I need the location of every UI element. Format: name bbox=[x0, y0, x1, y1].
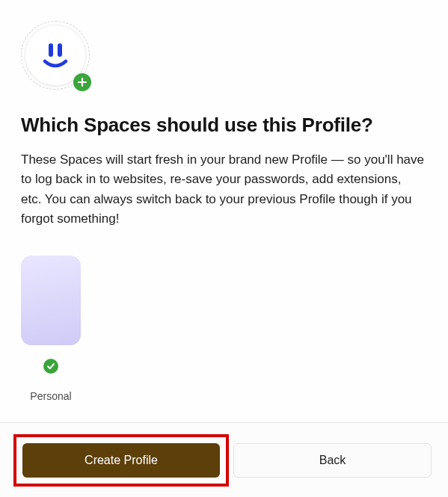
profile-avatar bbox=[21, 21, 90, 90]
create-profile-button[interactable]: Create Profile bbox=[22, 443, 220, 478]
svg-rect-1 bbox=[58, 43, 62, 57]
smiley-icon bbox=[37, 37, 73, 73]
dialog-content: Which Spaces should use this Profile? Th… bbox=[0, 0, 448, 402]
plus-badge-icon bbox=[73, 73, 91, 91]
check-icon bbox=[43, 359, 58, 374]
svg-rect-0 bbox=[49, 43, 53, 57]
dialog-footer: Create Profile Back bbox=[0, 422, 448, 497]
space-tile[interactable] bbox=[21, 256, 81, 345]
space-label: Personal bbox=[30, 390, 71, 402]
page-title: Which Spaces should use this Profile? bbox=[21, 114, 427, 137]
space-item-personal[interactable]: Personal bbox=[21, 256, 81, 402]
page-description: These Spaces will start fresh in your br… bbox=[21, 150, 425, 229]
highlight-annotation: Create Profile bbox=[13, 434, 229, 487]
back-button[interactable]: Back bbox=[233, 443, 432, 478]
